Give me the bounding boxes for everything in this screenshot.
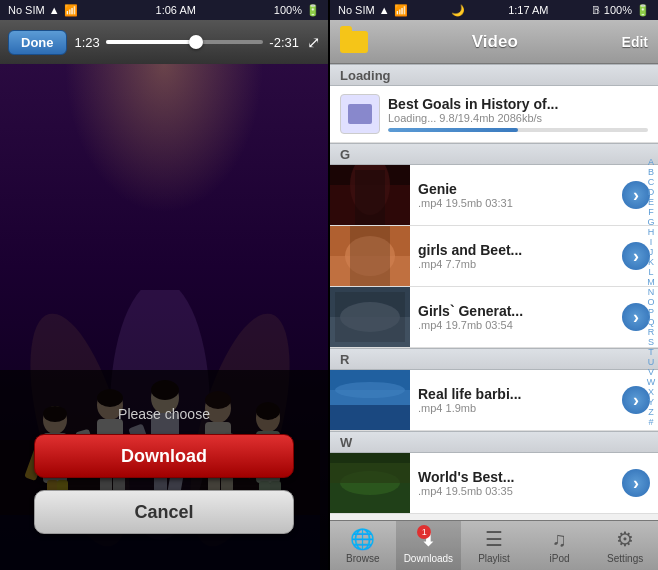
battery-left: 100% — [274, 4, 302, 16]
tab-browse[interactable]: 🌐 Browse — [330, 521, 396, 570]
video-meta-worlds: World's Best... .mp4 19.5mb 03:35 — [418, 465, 614, 501]
edit-button[interactable]: Edit — [622, 34, 648, 50]
folder-icon — [340, 31, 368, 53]
section-r-label: R — [340, 352, 349, 367]
loading-section-label: Loading — [340, 68, 391, 83]
loading-thumb-icon — [348, 104, 372, 124]
list-item[interactable]: Girls` Generat... .mp4 19.7mb 03:54 — [330, 287, 658, 348]
loading-title: Best Goals in History of... — [388, 96, 648, 112]
svg-rect-48 — [330, 405, 410, 430]
video-title-genie: Genie — [418, 181, 614, 197]
right-nav-bar: Video Edit — [330, 20, 658, 64]
time-display: 1:23 -2:31 — [75, 35, 300, 50]
list-item[interactable]: World's Best... .mp4 19.5mb 03:35 — [330, 453, 658, 514]
video-sub-genie: .mp4 19.5mb 03:31 — [418, 197, 614, 209]
video-thumb-genie — [330, 165, 410, 225]
loading-thumb — [340, 94, 380, 134]
browse-label: Browse — [346, 553, 379, 564]
ipod-label: iPod — [550, 553, 570, 564]
right-panel: No SIM ▲ 📶 🌙 1:17 AM 𝔹 100% 🔋 Video Edit… — [330, 0, 658, 570]
chevron-worlds[interactable] — [622, 469, 650, 497]
video-thumb-girls-gen — [330, 287, 410, 347]
video-sub-girls-beet: .mp4 7.7mb — [418, 258, 614, 270]
video-title-girls-gen: Girls` Generat... — [418, 303, 614, 319]
tab-settings[interactable]: ⚙ Settings — [592, 521, 658, 570]
section-loading-header: Loading — [330, 64, 658, 86]
time-right: 1:17 AM — [508, 4, 548, 16]
thumb-svg-genie — [330, 165, 410, 225]
left-panel: No SIM ▲ 📶 1:06 AM 100% 🔋 Done 1:23 -2:3… — [0, 0, 328, 570]
loading-item[interactable]: Best Goals in History of... Loading... 9… — [330, 86, 658, 143]
playlist-icon: ☰ — [485, 527, 503, 551]
video-list: Loading Best Goals in History of... Load… — [330, 64, 658, 520]
moon-icon: 🌙 — [451, 4, 465, 17]
expand-icon[interactable]: ⤢ — [307, 33, 320, 52]
left-status-left: No SIM ▲ 📶 — [8, 4, 78, 17]
left-toolbar: Done 1:23 -2:31 ⤢ — [0, 20, 328, 64]
browse-icon: 🌐 — [350, 527, 375, 551]
please-choose-text: Please choose — [118, 406, 210, 422]
thumb-svg-barbi — [330, 370, 410, 430]
playlist-label: Playlist — [478, 553, 510, 564]
settings-icon: ⚙ — [616, 527, 634, 551]
signal-icon-right: ▲ — [379, 4, 390, 16]
svg-rect-38 — [355, 170, 385, 225]
carrier-left: No SIM — [8, 4, 45, 16]
section-r-header: R — [330, 348, 658, 370]
right-status-right: 𝔹 100% 🔋 — [592, 4, 650, 17]
ipod-icon: ♫ — [552, 528, 567, 551]
loading-sub: Loading... 9.8/19.4mb 2086kb/s — [388, 112, 648, 124]
chevron-genie[interactable] — [622, 181, 650, 209]
video-area: Please choose Download Cancel — [0, 64, 328, 570]
scrubber-thumb[interactable] — [189, 35, 203, 49]
tab-downloads[interactable]: 1 ⬇ Downloads — [396, 521, 462, 570]
list-item[interactable]: girls and Beet... .mp4 7.7mb — [330, 226, 658, 287]
thumb-svg-worlds — [330, 453, 410, 513]
tab-ipod[interactable]: ♫ iPod — [527, 521, 593, 570]
svg-rect-42 — [350, 226, 390, 286]
video-meta-barbi: Real life barbi... .mp4 1.9mb — [418, 382, 614, 418]
video-list-wrap: Loading Best Goals in History of... Load… — [330, 64, 658, 520]
right-status-left: No SIM ▲ 📶 — [338, 4, 408, 17]
video-meta-genie: Genie .mp4 19.5mb 03:31 — [418, 177, 614, 213]
time-elapsed: 1:23 — [75, 35, 100, 50]
downloads-label: Downloads — [404, 553, 453, 564]
done-button[interactable]: Done — [8, 30, 67, 55]
chevron-girls-gen[interactable] — [622, 303, 650, 331]
scrubber-track[interactable] — [106, 40, 264, 44]
video-title-girls-beet: girls and Beet... — [418, 242, 614, 258]
list-item[interactable]: Genie .mp4 19.5mb 03:31 — [330, 165, 658, 226]
chevron-barbi[interactable] — [622, 386, 650, 414]
right-status-bar: No SIM ▲ 📶 🌙 1:17 AM 𝔹 100% 🔋 — [330, 0, 658, 20]
section-w-header: W — [330, 431, 658, 453]
svg-point-50 — [335, 382, 405, 398]
tab-bar: 🌐 Browse 1 ⬇ Downloads ☰ Playlist ♫ iPod… — [330, 520, 658, 570]
thumb-svg-girls-gen — [330, 287, 410, 347]
scrubber-fill — [106, 40, 193, 44]
thumb-svg-girls-beet — [330, 226, 410, 286]
section-w-label: W — [340, 435, 352, 450]
cancel-button[interactable]: Cancel — [34, 490, 294, 534]
download-button[interactable]: Download — [34, 434, 294, 478]
battery-right: 100% — [604, 4, 632, 16]
video-sub-barbi: .mp4 1.9mb — [418, 402, 614, 414]
video-thumb-worlds — [330, 453, 410, 513]
video-sub-girls-gen: .mp4 19.7mb 03:54 — [418, 319, 614, 331]
video-sub-worlds: .mp4 19.5mb 03:35 — [418, 485, 614, 497]
video-title-barbi: Real life barbi... — [418, 386, 614, 402]
progress-bar — [388, 128, 648, 132]
progress-bar-fill — [388, 128, 518, 132]
signal-icon: ▲ — [49, 4, 60, 16]
left-status-bar: No SIM ▲ 📶 1:06 AM 100% 🔋 — [0, 0, 328, 20]
tab-playlist[interactable]: ☰ Playlist — [461, 521, 527, 570]
left-status-right: 100% 🔋 — [274, 4, 320, 17]
video-meta-girls-gen: Girls` Generat... .mp4 19.7mb 03:54 — [418, 299, 614, 335]
loading-info: Best Goals in History of... Loading... 9… — [388, 96, 648, 132]
time-remaining: -2:31 — [269, 35, 299, 50]
video-meta-girls-beet: girls and Beet... .mp4 7.7mb — [418, 238, 614, 274]
chevron-girls-beet[interactable] — [622, 242, 650, 270]
list-item[interactable]: Real life barbi... .mp4 1.9mb — [330, 370, 658, 431]
battery-icon-right: 🔋 — [636, 4, 650, 17]
bluetooth-icon: 𝔹 — [592, 4, 600, 17]
video-title-worlds: World's Best... — [418, 469, 614, 485]
